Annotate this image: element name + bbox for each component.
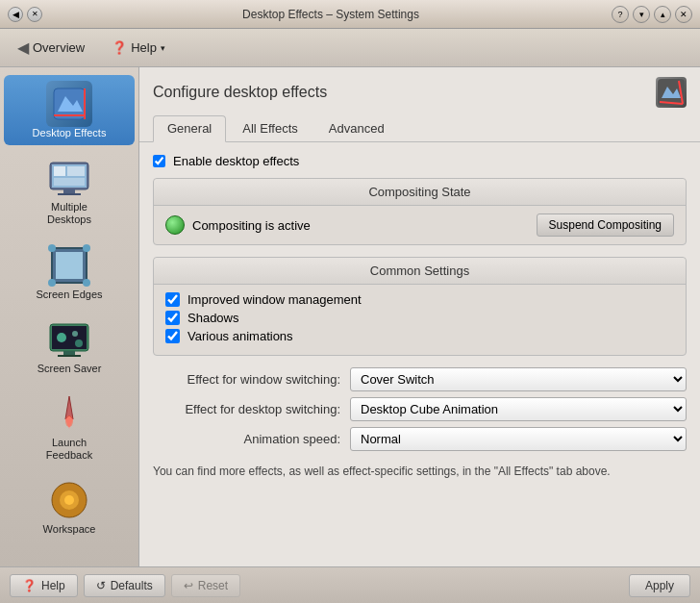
svg-point-19 (72, 331, 78, 337)
svg-rect-9 (58, 193, 81, 195)
workspace-icon (46, 477, 92, 523)
svg-rect-5 (54, 166, 65, 176)
bottom-bar: ❓ Help ↺ Defaults ↩ Reset Apply (0, 566, 700, 603)
titlebar-min-btn[interactable]: ▾ (633, 6, 650, 23)
defaults-button[interactable]: ↺ Defaults (84, 574, 165, 597)
compositing-row: Compositing is active Suspend Compositin… (165, 214, 674, 237)
titlebar-help-btn[interactable]: ? (612, 6, 629, 23)
help-button[interactable]: ❓ Help ▾ (102, 37, 175, 59)
common-settings-title: Common Settings (154, 258, 686, 285)
sidebar-label-workspace: Workspace (43, 523, 96, 536)
titlebar-app-icons: ◀ ✕ (8, 7, 42, 22)
shadows-checkbox[interactable] (165, 311, 180, 325)
compositing-body: Compositing is active Suspend Compositin… (154, 206, 686, 244)
sidebar-item-multiple-desktops[interactable]: MultipleDesktops (4, 149, 135, 232)
svg-rect-21 (63, 351, 75, 355)
sidebar-item-screen-edges[interactable]: Screen Edges (4, 237, 135, 307)
content-header-icon (656, 77, 687, 108)
shadows-row: Shadows (165, 311, 674, 325)
improved-window-management-row: Improved window management (165, 292, 674, 307)
desktop-switching-select[interactable]: Desktop Cube Animation Fade Desktop Slid… (350, 397, 687, 421)
svg-point-23 (65, 415, 73, 427)
tab-advanced[interactable]: Advanced (314, 115, 399, 141)
content-header: Configure desktop effects (139, 67, 700, 115)
various-animations-checkbox[interactable] (165, 329, 180, 343)
toolbar: ◀ Overview ❓ Help ▾ (0, 29, 700, 67)
animation-speed-label: Animation speed: (153, 432, 350, 446)
svg-rect-8 (63, 189, 75, 193)
sidebar-item-launch-feedback[interactable]: LaunchFeedback (4, 385, 135, 467)
sidebar-label-screen-edges: Screen Edges (36, 289, 102, 301)
titlebar-icon-back[interactable]: ◀ (8, 7, 23, 22)
svg-point-20 (75, 339, 83, 347)
titlebar-controls: ? ▾ ▴ ✕ (612, 6, 692, 23)
svg-point-13 (83, 244, 90, 252)
help-bottom-label: Help (41, 579, 65, 592)
help-dropdown-icon: ▾ (161, 43, 165, 53)
sidebar-label-launch-feedback: LaunchFeedback (46, 437, 92, 462)
window-switching-label: Effect for window switching: (153, 372, 350, 387)
common-settings-section: Common Settings Improved window manageme… (153, 257, 687, 356)
compositing-status: Compositing is active (165, 215, 311, 235)
compositing-status-text: Compositing is active (192, 218, 311, 233)
compositing-section-title: Compositing State (154, 179, 686, 206)
sidebar-label-screen-saver: Screen Saver (38, 363, 102, 375)
animation-speed-row: Animation speed: Very Slow Slow Normal F… (153, 427, 687, 451)
enable-effects-row: Enable desktop effects (153, 154, 687, 168)
svg-point-26 (64, 495, 74, 505)
sidebar-item-screen-saver[interactable]: Screen Saver (4, 311, 135, 381)
apply-button[interactable]: Apply (629, 574, 690, 597)
desktop-switching-row: Effect for desktop switching: Desktop Cu… (153, 397, 687, 421)
tab-content-general: Enable desktop effects Compositing State… (139, 142, 700, 566)
sidebar: Desktop Effects MultipleDesktops (0, 67, 139, 566)
enable-effects-checkbox[interactable] (153, 155, 165, 167)
svg-point-12 (48, 244, 56, 252)
launch-feedback-icon (46, 390, 92, 437)
content-area: Configure desktop effects General All Ef… (139, 67, 700, 566)
defaults-label: Defaults (111, 579, 153, 592)
multiple-desktops-icon (46, 155, 92, 201)
titlebar-icon-x[interactable]: ✕ (27, 7, 42, 22)
sidebar-label-multiple-desktops: MultipleDesktops (47, 201, 91, 226)
desktop-effects-icon (46, 81, 92, 127)
compositing-active-indicator (165, 215, 185, 235)
suspend-compositing-button[interactable]: Suspend Compositing (537, 214, 674, 237)
various-animations-row: Various animations (165, 329, 674, 343)
window-title: Desktop Effects – System Settings (50, 8, 612, 21)
tab-general[interactable]: General (153, 115, 226, 142)
svg-point-15 (83, 279, 90, 287)
help-bottom-icon: ❓ (22, 579, 37, 592)
tab-bar: General All Effects Advanced (139, 115, 700, 142)
common-settings-body: Improved window management Shadows Vario… (154, 285, 686, 355)
overview-button[interactable]: ◀ Overview (8, 35, 94, 61)
reset-label: Reset (198, 579, 228, 592)
titlebar-close-btn[interactable]: ✕ (675, 6, 692, 23)
main-layout: Desktop Effects MultipleDesktops (0, 67, 700, 566)
sidebar-label-desktop-effects: Desktop Effects (33, 127, 107, 139)
svg-rect-7 (54, 178, 85, 186)
reset-button[interactable]: ↩ Reset (171, 574, 240, 597)
svg-rect-11 (56, 252, 83, 279)
various-animations-label: Various animations (188, 329, 293, 343)
titlebar-max-btn[interactable]: ▴ (654, 6, 671, 23)
sidebar-item-desktop-effects[interactable]: Desktop Effects (4, 75, 135, 145)
page-title: Configure desktop effects (153, 84, 327, 101)
shadows-label: Shadows (188, 311, 238, 325)
window-switching-select[interactable]: Cover Switch Flip Switch Box Switch (350, 367, 687, 391)
bottom-left-buttons: ❓ Help ↺ Defaults ↩ Reset (10, 574, 240, 597)
svg-point-14 (48, 279, 56, 287)
improved-window-management-checkbox[interactable] (165, 292, 180, 307)
info-text: You can find more effects, as well as ef… (153, 457, 687, 486)
svg-rect-22 (58, 355, 81, 357)
svg-point-18 (57, 333, 66, 342)
tab-all-effects[interactable]: All Effects (228, 115, 312, 141)
enable-effects-label: Enable desktop effects (173, 154, 299, 168)
sidebar-item-workspace[interactable]: Workspace (4, 471, 135, 541)
back-arrow-icon: ◀ (17, 38, 29, 57)
window-switching-row: Effect for window switching: Cover Switc… (153, 367, 687, 391)
help-button-bottom[interactable]: ❓ Help (10, 574, 78, 597)
screen-edges-icon (46, 242, 92, 289)
animation-speed-select[interactable]: Very Slow Slow Normal Fast Very Fast (350, 427, 687, 451)
reset-icon: ↩ (184, 579, 193, 592)
help-icon: ❓ (112, 40, 127, 55)
